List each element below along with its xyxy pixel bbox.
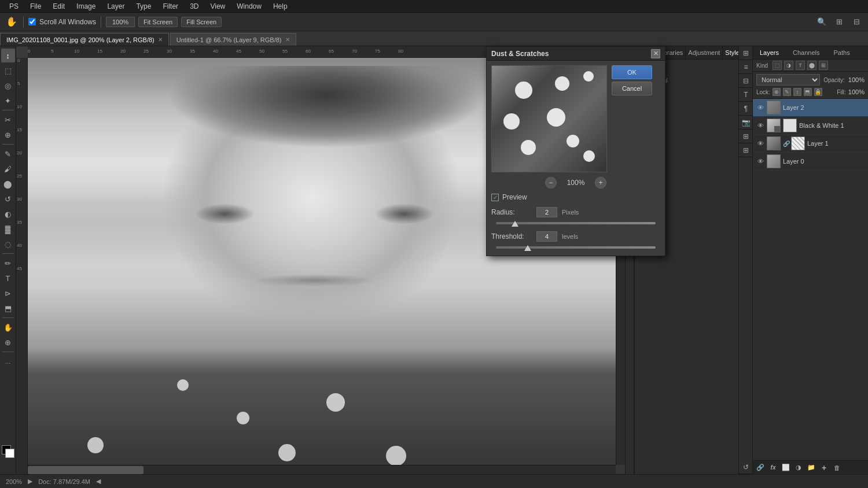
- radius-label: Radius:: [491, 208, 532, 216]
- radius-slider-row: Radius: 2 Pixels: [491, 207, 660, 217]
- preview-dot-8: [583, 150, 595, 162]
- dialog-preview-checkbox-row: ✓ Preview: [491, 193, 660, 201]
- dialog-title: Dust & Scratches: [491, 50, 549, 58]
- threshold-slider-row: Threshold: 4 levels: [491, 231, 660, 242]
- zoom-out-btn[interactable]: −: [545, 177, 557, 188]
- zoom-in-btn[interactable]: +: [595, 177, 606, 188]
- preview-dot-6: [567, 135, 579, 147]
- dialog-close-button[interactable]: ✕: [651, 49, 660, 58]
- preview-checkbox-label: Preview: [502, 193, 527, 201]
- threshold-track-container: [491, 246, 660, 249]
- threshold-label: Threshold:: [491, 232, 532, 241]
- preview-bg: [492, 66, 606, 172]
- preview-dot-3: [503, 113, 520, 130]
- radius-track-container: [491, 222, 660, 224]
- preview-dot-7: [583, 71, 594, 82]
- dialog-zoom-controls: − 100% +: [491, 177, 660, 188]
- preview-checkbox-input[interactable]: ✓: [491, 194, 499, 201]
- preview-checkmark: ✓: [493, 194, 498, 201]
- dialog-buttons: OK Cancel: [612, 65, 652, 172]
- preview-dot-2: [555, 76, 569, 91]
- threshold-unit: levels: [562, 233, 585, 240]
- threshold-slider-track[interactable]: [496, 246, 656, 249]
- radius-slider-track[interactable]: [496, 222, 656, 224]
- threshold-value-box[interactable]: 4: [536, 231, 557, 242]
- dust-scratches-dialog: Dust & Scratches ✕: [486, 46, 665, 256]
- dialog-cancel-button[interactable]: Cancel: [612, 82, 652, 95]
- threshold-slider-thumb[interactable]: [524, 245, 531, 251]
- dialog-preview-image[interactable]: [491, 65, 607, 172]
- dialog-preview-area: OK Cancel: [491, 65, 660, 172]
- radius-unit: Pixels: [562, 209, 585, 216]
- preview-dot-5: [521, 140, 536, 155]
- preview-dot-1: [515, 82, 532, 99]
- dialog-overlay: Dust & Scratches ✕: [0, 0, 868, 488]
- zoom-value-display: 100%: [561, 179, 590, 187]
- radius-value-box[interactable]: 2: [536, 207, 557, 217]
- radius-slider-thumb[interactable]: [512, 221, 518, 227]
- dialog-title-bar[interactable]: Dust & Scratches ✕: [487, 47, 665, 61]
- preview-dot-4: [547, 108, 565, 127]
- dialog-body: OK Cancel − 100% + ✓ Preview Radius: 2: [487, 61, 665, 256]
- dialog-ok-button[interactable]: OK: [612, 65, 652, 79]
